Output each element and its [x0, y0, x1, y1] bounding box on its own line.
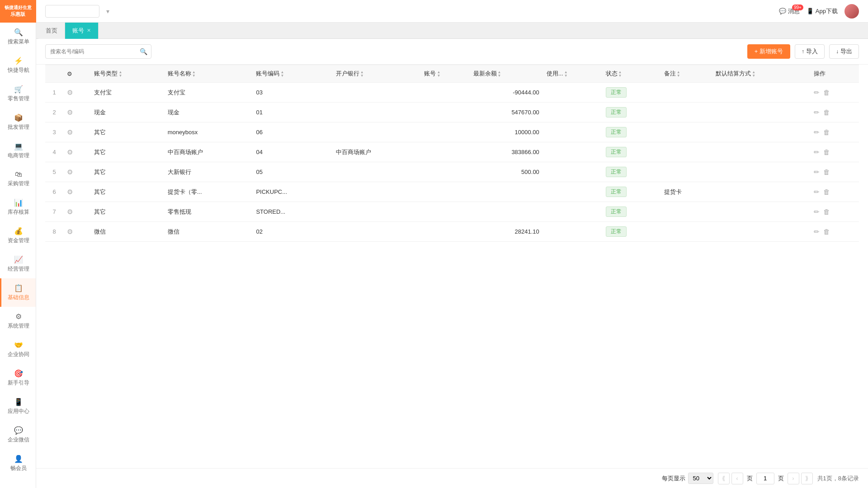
per-page-select[interactable]: 50 100 200 [688, 473, 713, 484]
row-setting-icon[interactable]: ⚙ [67, 89, 73, 96]
edit-button[interactable]: ✏ [814, 148, 820, 156]
status-badge: 正常 [606, 167, 627, 177]
row-setting-icon[interactable]: ⚙ [67, 228, 73, 235]
message-button[interactable]: 💬 消息 99+ [779, 7, 800, 15]
pagination: 每页显示 50 100 200 ⟪ ‹ 页 页 › ⟫ 共1页，8条记录 [36, 468, 868, 488]
sidebar-icon-guide: 🎯 [4, 369, 33, 378]
sidebar-icon-inventory: 📊 [4, 198, 33, 207]
sidebar-item-member[interactable]: 👤畅会员 [0, 449, 36, 478]
app-logo: 畅捷通好生意 乐惠版 [0, 0, 36, 23]
status-badge: 正常 [606, 87, 627, 98]
table-row: 4⚙其它中百商场账户04中百商场账户383866.00正常✏🗑 [45, 142, 859, 162]
status-badge: 正常 [606, 147, 627, 157]
search-button[interactable]: 🔍 [136, 48, 151, 55]
table-row: 8⚙微信微信0228241.10正常✏🗑 [45, 222, 859, 242]
sidebar-icon-wechat: 💬 [4, 426, 33, 435]
sidebar-item-wholesale[interactable]: 📦批发管理 [0, 108, 36, 136]
col-header-name[interactable]: 账号名称▲▼ [164, 65, 253, 83]
col-header-type[interactable]: 账号类型▲▼ [90, 65, 164, 83]
table-wrap: ⚙账号类型▲▼账号名称▲▼账号编码▲▼开户银行▲▼账号▲▼最新余额▲▼使用...… [36, 65, 868, 468]
accounts-table: ⚙账号类型▲▼账号名称▲▼账号编码▲▼开户银行▲▼账号▲▼最新余额▲▼使用...… [45, 65, 859, 242]
search-wrap: 🔍 [45, 44, 151, 59]
sidebar-item-operation[interactable]: 📈经营管理 [0, 250, 36, 278]
content-area: 🔍 + 新增账号 ↑ 导入 ↓ 导出 ⚙账号类型▲▼账号名称▲▼账号 [36, 39, 868, 488]
message-badge: 99+ [792, 5, 803, 10]
edit-button[interactable]: ✏ [814, 128, 820, 136]
sidebar-icon-system: ⚙ [4, 312, 33, 321]
sidebar-item-system[interactable]: ⚙系统管理 [0, 307, 36, 335]
col-header-usage[interactable]: 使用...▲▼ [543, 65, 602, 83]
edit-button[interactable]: ✏ [814, 108, 820, 117]
sidebar-icon-purchase: 🛍 [4, 170, 33, 178]
tab-account[interactable]: 账号✕ [65, 23, 99, 39]
edit-button[interactable]: ✏ [814, 228, 820, 236]
col-header-account[interactable]: 账号▲▼ [420, 65, 469, 83]
prev-page-button[interactable]: ‹ [731, 473, 743, 484]
sidebar-icon-ecommerce: 💻 [4, 142, 33, 150]
delete-button[interactable]: 🗑 [823, 168, 830, 176]
col-header-code[interactable]: 账号编码▲▼ [252, 65, 332, 83]
page-label: 页 [747, 474, 753, 483]
col-header-status[interactable]: 状态▲▼ [602, 65, 660, 83]
sidebar-item-search[interactable]: 🔍搜索菜单 [0, 23, 36, 51]
sidebar-item-agreement[interactable]: 🤝企业协同 [0, 335, 36, 364]
col-header-bank[interactable]: 开户银行▲▼ [332, 65, 421, 83]
delete-button[interactable]: 🗑 [823, 208, 830, 216]
status-badge: 正常 [606, 226, 627, 237]
app-download-button[interactable]: 📱 App下载 [807, 7, 838, 15]
sidebar-item-shortcut[interactable]: ⚡快捷导航 [0, 51, 36, 80]
toolbar: 🔍 + 新增账号 ↑ 导入 ↓ 导出 [36, 39, 868, 65]
table-row: 1⚙支付宝支付宝03-90444.00正常✏🗑 [45, 83, 859, 103]
row-setting-icon[interactable]: ⚙ [67, 188, 73, 196]
sidebar-item-wechat[interactable]: 💬企业微信 [0, 421, 36, 449]
edit-button[interactable]: ✏ [814, 168, 820, 176]
mobile-icon: 📱 [807, 8, 814, 14]
add-account-button[interactable]: + 新增账号 [747, 44, 790, 59]
tab-close-account[interactable]: ✕ [87, 28, 91, 33]
dropdown-icon[interactable]: ▾ [106, 8, 109, 15]
avatar[interactable] [844, 4, 859, 19]
sidebar-item-basic[interactable]: 📋基础信息 [0, 278, 36, 307]
col-header-balance[interactable]: 最新余额▲▼ [470, 65, 543, 83]
sidebar-item-ecommerce[interactable]: 💻电商管理 [0, 136, 36, 165]
sidebar-item-inventory[interactable]: 📊库存核算 [0, 193, 36, 221]
edit-button[interactable]: ✏ [814, 188, 820, 196]
first-page-button[interactable]: ⟪ [718, 473, 730, 484]
topbar-search-input[interactable] [45, 5, 99, 18]
page-input[interactable] [756, 473, 774, 484]
tab-home[interactable]: 首页 [38, 23, 65, 39]
last-page-button[interactable]: ⟫ [801, 473, 813, 484]
next-page-button[interactable]: › [788, 473, 799, 484]
logo-text: 畅捷通好生意 乐惠版 [5, 5, 32, 17]
search-input[interactable] [46, 48, 136, 55]
row-setting-icon[interactable]: ⚙ [67, 148, 73, 156]
app-download-label: App下载 [816, 7, 838, 15]
sidebar-item-guide[interactable]: 🎯新手引导 [0, 364, 36, 392]
delete-button[interactable]: 🗑 [823, 89, 830, 96]
delete-button[interactable]: 🗑 [823, 128, 830, 136]
sidebar-icon-finance: 💰 [4, 227, 33, 235]
edit-button[interactable]: ✏ [814, 89, 820, 97]
col-header-default_settle[interactable]: 默认结算方式▲▼ [712, 65, 810, 83]
sidebar: 畅捷通好生意 乐惠版 🔍搜索菜单⚡快捷导航🛒零售管理📦批发管理💻电商管理🛍采购管… [0, 0, 36, 488]
sidebar-item-appcenter[interactable]: 📱应用中心 [0, 392, 36, 421]
delete-button[interactable]: 🗑 [823, 148, 830, 156]
status-badge: 正常 [606, 206, 627, 217]
delete-button[interactable]: 🗑 [823, 108, 830, 116]
sidebar-icon-basic: 📋 [4, 284, 33, 292]
sidebar-item-retail[interactable]: 🛒零售管理 [0, 80, 36, 108]
sidebar-icon-search: 🔍 [4, 28, 33, 37]
row-setting-icon[interactable]: ⚙ [67, 208, 73, 216]
delete-button[interactable]: 🗑 [823, 228, 830, 235]
row-setting-icon[interactable]: ⚙ [67, 168, 73, 176]
sidebar-item-finance[interactable]: 💰资金管理 [0, 221, 36, 250]
row-setting-icon[interactable]: ⚙ [67, 128, 73, 136]
col-header-remark[interactable]: 备注▲▼ [660, 65, 712, 83]
sidebar-item-purchase[interactable]: 🛍采购管理 [0, 165, 36, 193]
edit-button[interactable]: ✏ [814, 208, 820, 216]
col-header-action: 操作 [810, 65, 859, 83]
row-setting-icon[interactable]: ⚙ [67, 108, 73, 116]
delete-button[interactable]: 🗑 [823, 188, 830, 196]
import-button[interactable]: ↑ 导入 [795, 44, 825, 59]
export-button[interactable]: ↓ 导出 [829, 44, 859, 59]
